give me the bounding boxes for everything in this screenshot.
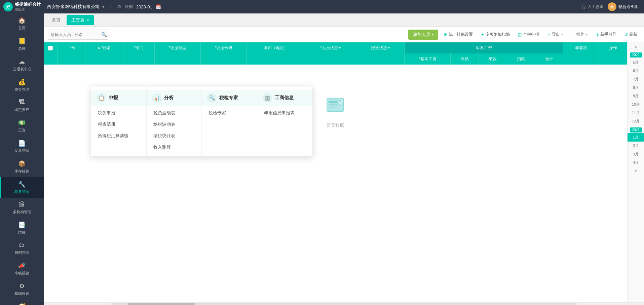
invoice-icon: 📄 — [18, 140, 26, 147]
table-wrapper: 工号 ⇅*姓名 *部门 *证据类型 *证据号码 国籍（地区） *人员状态 ▾ — [44, 42, 644, 302]
th2-performance: 绩效 — [479, 53, 507, 65]
sidebar-salary-label: 工资 — [18, 128, 26, 133]
dropdown-item-tax-change[interactable]: 纳税波动表 — [147, 119, 202, 130]
calendar-down-nav[interactable]: ▼ — [634, 167, 638, 175]
sidebar-item-invoice[interactable]: 📄 发票管理 — [0, 136, 44, 157]
person-status-filter-icon[interactable]: ▾ — [339, 46, 341, 50]
calendar-year-2022: 2022 — [630, 52, 642, 58]
assets-icon: 🏗 — [19, 99, 25, 106]
sidebar-assets-label: 固定资产 — [14, 107, 29, 112]
social-insurance-label: 统一社保设置 — [449, 32, 473, 37]
operations-button[interactable]: ⋮ 操作 ▾ — [568, 30, 590, 39]
tax-declare-button[interactable]: ◫ 个税申报 — [515, 30, 542, 39]
user-area[interactable]: 畅 畅捷通B组... — [608, 2, 641, 11]
report-status-filter-icon[interactable]: ▾ — [388, 46, 390, 50]
operations-arrow: ▾ — [586, 33, 588, 36]
cal-month-7[interactable]: 7月 — [628, 75, 644, 83]
sidebar-item-cloud[interactable]: ☁ 云报表中心 — [0, 54, 44, 75]
dropdown-item-tax-burden[interactable]: 税负波动表 — [147, 107, 202, 119]
scrollbar-thumb[interactable] — [128, 303, 195, 305]
operations-icon: ⋮ — [571, 32, 575, 37]
cal-month-3[interactable]: 3月 — [628, 150, 644, 158]
th2-base-salary: *基本工资 — [405, 53, 451, 65]
company-name: 西安虾米网络科技有限公司 — [47, 4, 100, 10]
sidebar-item-ledger[interactable]: 📒 总账 — [0, 34, 44, 54]
svg-rect-2 — [329, 104, 339, 106]
sidebar-item-expense[interactable]: 📣 小畅报销 — [0, 259, 44, 279]
sidebar-item-assets[interactable]: 🏗 固定资产 — [0, 96, 44, 116]
sidebar-item-tax[interactable]: 🔧 税务管理 — [0, 177, 44, 198]
dropdown-item-tax-list[interactable]: 税表清册 — [91, 119, 146, 130]
guide-button[interactable]: ◎ 新手引导 — [593, 30, 619, 39]
calendar-up-nav[interactable]: ▲ — [634, 42, 638, 50]
th-pension: 养老税 — [563, 42, 599, 53]
cal-month-12[interactable]: 12月 — [628, 117, 644, 125]
toolbar: 🔍 添加人员 ▾ ⚙ 统一社保设置 ✦ 专项附加扣除 ◫ 个税申报 ↗ 导出 — [44, 27, 644, 42]
add-people-button[interactable]: 添加人员 ▾ — [408, 30, 438, 40]
th2-empty7 — [247, 53, 305, 65]
sidebar-item-close[interactable]: 📑 结账 — [0, 218, 44, 238]
business-icon: 🏢 — [263, 93, 272, 103]
dropdown-item-tax-stats[interactable]: 纳税统计表 — [147, 130, 202, 142]
social-insurance-button[interactable]: ⚙ 统一社保设置 — [441, 30, 476, 39]
company-dropdown-arrow: ▼ — [102, 5, 105, 9]
dropdown-item-income-calc[interactable]: 收入测算 — [147, 142, 202, 153]
th2-allowance: 津贴 — [451, 53, 479, 65]
sidebar-item-archive[interactable]: 🗂 归档管理 — [0, 238, 44, 259]
cal-month-2[interactable]: 2月 — [628, 142, 644, 150]
cal-month-10[interactable]: 10月 — [628, 100, 644, 109]
special-deduction-button[interactable]: ✦ 专项附加扣除 — [478, 30, 513, 39]
dropdown-item-expert[interactable]: 税检专家 — [202, 107, 257, 119]
sidebar-funds-label: 资金管理 — [14, 87, 29, 92]
refresh-button[interactable]: ↺ 刷新 — [622, 30, 640, 39]
cal-month-6[interactable]: 6月 — [628, 67, 644, 75]
add-people-label: 添加人员 — [413, 32, 430, 38]
th-payroll-group: 应发工资 — [405, 42, 563, 53]
sidebar-tax-label: 税务管理 — [14, 189, 29, 194]
cal-month-9[interactable]: 9月 — [628, 92, 644, 100]
sidebar-item-inventory[interactable]: 📦 库存核算 — [0, 157, 44, 177]
calendar-icon[interactable]: 📅 — [156, 4, 161, 9]
th-report-status: 报送状态 ▾ — [356, 42, 405, 53]
add-company-button[interactable]: ＋ — [108, 3, 114, 10]
cal-month-1[interactable]: 1月 — [628, 133, 644, 142]
sidebar-item-salary[interactable]: 💵 工资 — [0, 116, 44, 136]
tab-home[interactable]: 首页 — [47, 15, 65, 25]
home-icon: 🏠 — [18, 17, 26, 24]
select-all-checkbox[interactable] — [48, 46, 53, 50]
calendar-panel: ▲ 2022 5月 6月 7月 8月 9月 10月 11月 12月 2023 1… — [627, 42, 644, 302]
th-cert-no: *证据号码 — [200, 42, 247, 53]
support-button[interactable]: 🎧 人工咨询 — [581, 4, 604, 10]
search-input[interactable] — [51, 32, 101, 37]
th2-empty4 — [123, 53, 154, 65]
dropdown-item-annual-report[interactable]: 年报信息申报表 — [257, 107, 313, 119]
cal-month-5[interactable]: 5月 — [628, 58, 644, 67]
cal-month-4[interactable]: 4月 — [628, 158, 644, 167]
cal-month-11[interactable]: 11月 — [628, 109, 644, 117]
setting-icon[interactable]: ⚙ — [117, 4, 121, 9]
funds-icon: 💰 — [18, 78, 26, 86]
export-button[interactable]: ↗ 导出 ▾ — [544, 30, 566, 39]
tab-close-button[interactable]: × — [86, 17, 89, 23]
tab-salary-table[interactable]: 工资表 × — [67, 15, 94, 25]
period-label: 账期 — [125, 4, 133, 10]
top-bar: 好 畅捷通好会计 旗舰版 西安虾米网络科技有限公司 ▼ ＋ ⚙ 账期 2023-… — [0, 0, 644, 13]
cal-month-8[interactable]: 8月 — [628, 83, 644, 92]
dropdown-item-tax-declare[interactable]: 税务申报 — [91, 107, 146, 119]
tax-icon: 🔧 — [18, 181, 26, 188]
refresh-label: 刷新 — [629, 32, 637, 37]
sidebar-item-settings[interactable]: ⚙ 基础设置 — [0, 279, 44, 300]
company-selector[interactable]: 西安虾米网络科技有限公司 ▼ — [47, 4, 105, 10]
sidebar-cloud-label: 云报表中心 — [13, 67, 31, 72]
sidebar-item-home[interactable]: 🏠 首页 — [0, 13, 44, 34]
dropdown-item-income-tax[interactable]: 所得税汇算清缴 — [91, 130, 146, 142]
sidebar-item-funds[interactable]: 💰 资金管理 — [0, 75, 44, 96]
th2-total: 合计 — [535, 53, 563, 65]
th2-empty11 — [599, 53, 627, 65]
social-insurance-icon: ⚙ — [444, 32, 447, 37]
sidebar-item-multiorg[interactable]: 🏛 多机构管理 — [0, 198, 44, 218]
th-person-status: *人员状态 ▾ — [305, 42, 356, 53]
sidebar-home-label: 首页 — [18, 26, 26, 31]
special-deduction-icon: ✦ — [481, 32, 484, 37]
sidebar-item-guide[interactable]: 🧭 新手引导 — [0, 300, 44, 305]
